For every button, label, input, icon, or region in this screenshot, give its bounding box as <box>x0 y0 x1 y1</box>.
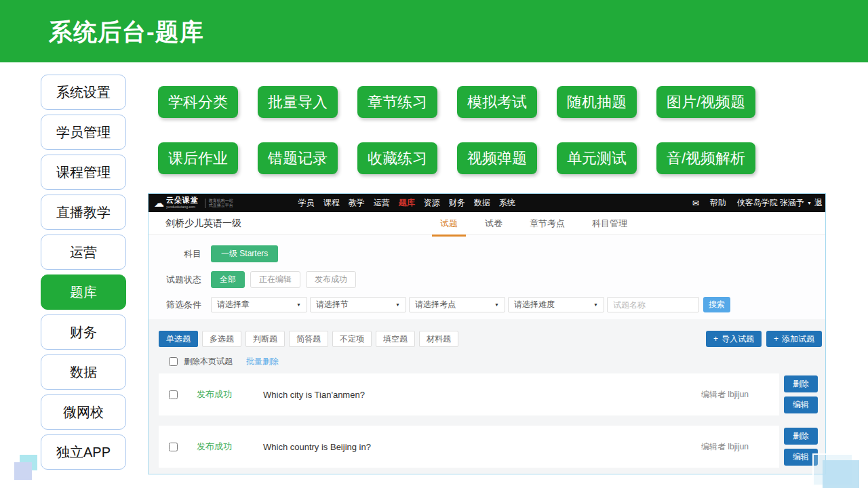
tab-chapter-points[interactable]: 章节考点 <box>530 218 565 230</box>
feature-buttons: 学科分类 批量导入 章节练习 模拟考试 随机抽题 图片/视频题 课后作业 错题记… <box>158 86 795 199</box>
brand-tagline: 教育机构一站 式直播云平台 <box>209 199 233 208</box>
mail-icon[interactable]: ✉ <box>692 199 699 208</box>
sidebar: 系统设置 学员管理 课程管理 直播教学 运营 题库 财务 数据 微网校 独立AP… <box>41 75 126 470</box>
question-type-row: 单选题 多选题 判断题 简答题 不定项 填空题 材料题 + 导入试题 + 添加试… <box>149 319 825 347</box>
qtype-short-answer[interactable]: 简答题 <box>289 331 328 347</box>
filter-row-conditions: 筛选条件 请选择章 ▼ 请选择节 ▼ 请选择考点 ▼ 请选择难度 ▼ 搜索 <box>149 297 825 312</box>
subject-tag[interactable]: 一级 Starters <box>211 245 278 262</box>
help-link[interactable]: 帮助 <box>710 197 726 209</box>
sidebar-item-data[interactable]: 数据 <box>41 354 126 390</box>
status-editing-button[interactable]: 正在编辑 <box>250 271 300 288</box>
logo-divider <box>205 199 205 208</box>
tab-subject-management[interactable]: 科目管理 <box>592 218 627 230</box>
feature-homework[interactable]: 课后作业 <box>158 142 238 174</box>
qtype-single-choice[interactable]: 单选题 <box>159 331 198 347</box>
qtype-fill-blank[interactable]: 填空题 <box>376 331 415 347</box>
qtype-true-false[interactable]: 判断题 <box>245 331 285 347</box>
sidebar-item-finance[interactable]: 财务 <box>41 314 126 350</box>
brand-domain: yunduoketang.com <box>166 203 195 209</box>
sidebar-item-student-management[interactable]: 学员管理 <box>41 115 126 150</box>
feature-random-questions[interactable]: 随机抽题 <box>557 86 637 118</box>
search-button[interactable]: 搜索 <box>703 297 730 312</box>
delete-question-button[interactable]: 删除 <box>784 428 818 445</box>
knowledge-point-select[interactable]: 请选择考点 ▼ <box>409 297 505 312</box>
subject-label: 科目 <box>149 248 201 260</box>
feature-row-2: 课后作业 错题记录 收藏练习 视频弹题 单元测试 音/视频解析 <box>158 142 795 174</box>
menu-finance[interactable]: 财务 <box>449 197 465 209</box>
menu-operations[interactable]: 运营 <box>374 197 390 209</box>
brand-name: 云朵课堂 <box>166 197 201 203</box>
question-checkbox[interactable] <box>169 443 178 451</box>
feature-chapter-practice[interactable]: 章节练习 <box>357 86 437 118</box>
chapter-select[interactable]: 请选择章 ▼ <box>211 297 307 312</box>
feature-mock-exam[interactable]: 模拟考试 <box>457 86 537 118</box>
menu-data[interactable]: 数据 <box>474 197 490 209</box>
tab-questions[interactable]: 试题 <box>440 218 458 230</box>
feature-favorite-practice[interactable]: 收藏练习 <box>357 142 437 174</box>
select-page-checkbox[interactable] <box>169 357 178 366</box>
feature-wrong-question-record[interactable]: 错题记录 <box>258 142 338 174</box>
sidebar-item-question-bank[interactable]: 题库 <box>41 274 126 310</box>
menu-question-bank[interactable]: 题库 <box>399 197 415 209</box>
decor-square-bottom-left-lavender <box>14 462 32 480</box>
batch-delete-link[interactable]: 批量删除 <box>246 356 279 367</box>
question-card: 发布成功 Which country is Beijing in? 编辑者 lb… <box>159 426 779 468</box>
section-select[interactable]: 请选择节 ▼ <box>310 297 406 312</box>
menu-courses[interactable]: 课程 <box>323 197 340 209</box>
add-question-button[interactable]: + 添加试题 <box>766 331 822 347</box>
sidebar-item-micro-school[interactable]: 微网校 <box>41 394 126 430</box>
qtype-multiple-choice[interactable]: 多选题 <box>202 331 241 347</box>
feature-video-popup-questions[interactable]: 视频弹题 <box>457 142 537 174</box>
feature-unit-test[interactable]: 单元测试 <box>557 142 637 174</box>
account-name: 侠客岛学院 张涵予 <box>737 197 804 209</box>
account-menu[interactable]: 侠客岛学院 张涵予 ▼ 退 <box>737 197 823 209</box>
status-label: 试题状态 <box>149 274 201 286</box>
question-row: 发布成功 Which city is Tian'anmen? 编辑者 lbjij… <box>159 373 825 415</box>
import-questions-button[interactable]: + 导入试题 <box>706 331 762 347</box>
brand-logo[interactable]: ☁ 云朵课堂 yunduoketang.com 教育机构一站 式直播云平台 <box>154 197 233 210</box>
qtype-indefinite[interactable]: 不定项 <box>332 331 372 347</box>
feature-subject-category[interactable]: 学科分类 <box>158 86 238 118</box>
question-name-input[interactable] <box>607 297 699 312</box>
admin-top-menu: 学员 课程 教学 运营 题库 资源 财务 数据 系统 <box>298 197 515 209</box>
sidebar-item-standalone-app[interactable]: 独立APP <box>41 434 126 470</box>
feature-batch-import[interactable]: 批量导入 <box>258 86 338 118</box>
sidebar-item-system-settings[interactable]: 系统设置 <box>41 75 126 110</box>
plus-icon: + <box>713 334 718 344</box>
menu-teaching[interactable]: 教学 <box>349 197 365 209</box>
status-published-button[interactable]: 发布成功 <box>306 271 356 288</box>
menu-system[interactable]: 系统 <box>499 197 515 209</box>
menu-students[interactable]: 学员 <box>298 197 315 209</box>
delete-question-button[interactable]: 删除 <box>784 375 818 392</box>
admin-subnav: 剑桥少儿英语一级 试题 试卷 章节考点 科目管理 <box>149 212 825 235</box>
admin-topbar: ☁ 云朵课堂 yunduoketang.com 教育机构一站 式直播云平台 学员… <box>149 194 825 212</box>
question-text: Which country is Beijing in? <box>263 442 371 452</box>
status-all-button[interactable]: 全部 <box>211 271 245 288</box>
feature-image-video-questions[interactable]: 图片/视频题 <box>656 86 755 118</box>
question-status-badge: 发布成功 <box>197 441 232 453</box>
subnav-tabs: 试题 试卷 章节考点 科目管理 <box>440 218 627 230</box>
edit-question-button[interactable]: 编辑 <box>784 396 818 413</box>
sidebar-item-live-teaching[interactable]: 直播教学 <box>41 195 126 230</box>
plus-icon: + <box>774 334 778 344</box>
qtype-material[interactable]: 材料题 <box>419 331 458 347</box>
select-page-label: 删除本页试题 <box>184 356 233 367</box>
feature-row-1: 学科分类 批量导入 章节练习 模拟考试 随机抽题 图片/视频题 <box>158 86 795 118</box>
logout-link[interactable]: 退 <box>814 197 823 209</box>
question-checkbox[interactable] <box>169 390 178 399</box>
sidebar-item-course-management[interactable]: 课程管理 <box>41 155 126 190</box>
feature-audio-video-analysis[interactable]: 音/视频解析 <box>656 142 755 174</box>
menu-resources[interactable]: 资源 <box>424 197 440 209</box>
question-text: Which city is Tian'anmen? <box>263 390 365 400</box>
sidebar-item-operations[interactable]: 运营 <box>41 235 126 270</box>
tab-papers[interactable]: 试卷 <box>485 218 502 230</box>
question-row: 发布成功 Which country is Beijing in? 编辑者 lb… <box>159 426 825 468</box>
filter-row-subject: 科目 一级 Starters <box>149 245 825 262</box>
caret-down-icon: ▼ <box>807 201 812 205</box>
question-status-badge: 发布成功 <box>197 388 232 401</box>
condition-label: 筛选条件 <box>149 299 201 311</box>
difficulty-select[interactable]: 请选择难度 ▼ <box>508 297 604 312</box>
question-actions: 删除 编辑 <box>784 373 818 415</box>
select-caret-icon: ▼ <box>296 302 301 307</box>
select-caret-icon: ▼ <box>494 302 499 307</box>
